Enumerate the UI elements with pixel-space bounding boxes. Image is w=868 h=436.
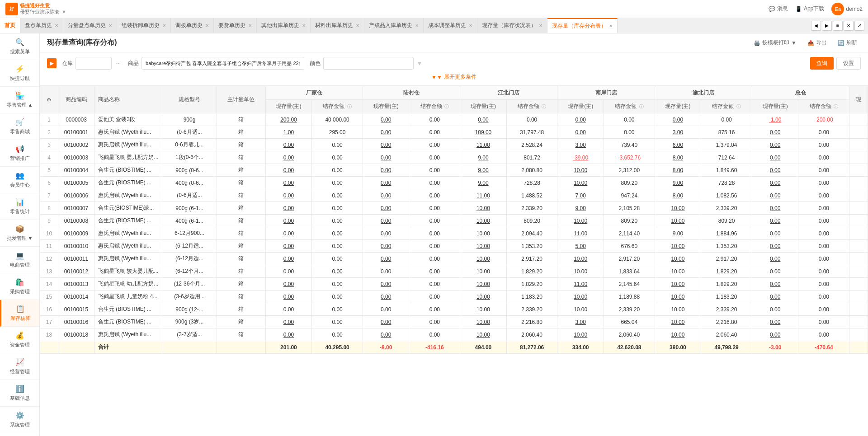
row-unit: 箱: [217, 164, 265, 177]
sidebar-item-quicknav[interactable]: ⚡ 快捷导航: [0, 60, 39, 87]
tab-close-cailiaochu[interactable]: ✕: [356, 23, 359, 28]
tab-pandian[interactable]: 盘点单历史 ✕: [20, 18, 63, 33]
tab-nav-expand[interactable]: ⤢: [854, 21, 864, 31]
tab-close-chancheng[interactable]: ✕: [415, 23, 419, 28]
app-download-btn[interactable]: 📱 App下载: [795, 5, 824, 13]
tab-xiancunfenbu[interactable]: 现存量（库存分布表） ✕: [547, 18, 618, 33]
tab-close-zuhe[interactable]: ✕: [162, 23, 166, 28]
sidebar-item-marketing[interactable]: 📢 营销推广: [0, 140, 39, 167]
row-code: 00100004: [58, 164, 94, 177]
search-btn[interactable]: 查询: [810, 57, 834, 70]
tab-fenpandian[interactable]: 分量盘点单历史 ✕: [63, 18, 117, 33]
warehouse-dots-btn[interactable]: ···: [114, 60, 123, 66]
factory-amt-info[interactable]: ⓘ: [347, 104, 352, 109]
table-row: 7 00100006 惠氏启赋 (Wyeth illu... (0-6月适...…: [40, 189, 868, 202]
system-icon: ⚙️: [15, 411, 24, 420]
sidebar-item-purchase[interactable]: 🛍️ 采购管理: [0, 273, 39, 300]
tab-nav-menu[interactable]: ≡: [833, 21, 843, 31]
jiangbei-amt-info[interactable]: ⓘ: [542, 104, 546, 109]
user-info[interactable]: Ea demo2: [831, 3, 863, 15]
th-nanan-qty: 现存量(主): [557, 100, 604, 113]
tab-close-xiancunfenbu[interactable]: ✕: [609, 23, 613, 28]
expand-conditions-btn[interactable]: ▼▼ 展开更多条件: [431, 73, 476, 81]
th-spec: 规格型号: [162, 86, 217, 113]
row-code: 00100009: [58, 227, 94, 240]
sidebar-item-baseinfo[interactable]: ℹ️ 基础信息: [0, 380, 39, 407]
filter-expand-arrow[interactable]: ▶: [47, 58, 57, 68]
tab-diaopo[interactable]: 调拨单历史 ✕: [171, 18, 214, 33]
row-index: 5: [40, 164, 58, 177]
table-row: 13 00100012 飞鹤星飞帆 较大婴儿配... (6-12个月... 箱 …: [40, 265, 868, 278]
product-input[interactable]: [142, 57, 304, 70]
inventory-table: ⚙ 商品编码 商品名称 规格型号 主计量单位 厂家仓 陆村仓 江北门店 南岸门店…: [40, 86, 868, 354]
sidebar-item-retail[interactable]: 🏪 零售管理 ▲: [0, 87, 39, 113]
tab-close-pandian[interactable]: ✕: [55, 23, 58, 28]
download-icon: 📱: [795, 6, 802, 12]
tab-close-yaohuo[interactable]: ✕: [248, 23, 252, 28]
lucun-amt-info[interactable]: ⓘ: [444, 104, 449, 109]
table-row: 9 00100008 合生元 (BIOSTIME) ... 400g (6-1.…: [40, 215, 868, 227]
sidebar-item-wholesale[interactable]: 📦 批发管理 ▼: [0, 220, 39, 247]
row-spec: (12-36个月...: [162, 278, 217, 291]
tab-chancheng[interactable]: 产成品入库单历史 ✕: [364, 18, 424, 33]
tab-zuhe[interactable]: 组装拆卸单历史 ✕: [117, 18, 171, 33]
warehouse-input[interactable]: [75, 57, 112, 70]
row-spec: 900g (3岁...: [162, 316, 217, 328]
tab-close-chengben[interactable]: ✕: [469, 23, 472, 28]
tab-cailiaochu[interactable]: 材料出库单历史 ✕: [311, 18, 364, 33]
tab-chengben[interactable]: 成本调整单历史 ✕: [424, 18, 477, 33]
row-unit: 箱: [217, 215, 265, 227]
row-code: 00100013: [58, 278, 94, 291]
row-unit: 箱: [217, 240, 265, 253]
row-spec: 1段(0-6个...: [162, 151, 217, 164]
yubei-amt-info[interactable]: ⓘ: [736, 104, 741, 109]
sidebar-item-ecommerce[interactable]: 💻 电商管理: [0, 247, 39, 273]
tab-close-diaopo[interactable]: ✕: [205, 23, 209, 28]
operations-icon: 📈: [15, 358, 24, 366]
nanan-amt-info[interactable]: ⓘ: [639, 104, 644, 109]
tab-nav-close[interactable]: ✕: [844, 21, 854, 31]
tab-nav-btns: ◀ ▶ ≡ ✕ ⤢: [811, 21, 868, 31]
sidebar-item-member[interactable]: 👥 会员中心: [0, 167, 39, 193]
color-label: 颜色: [310, 60, 321, 67]
refresh-icon: 🔄: [838, 40, 844, 46]
sidebar-item-system[interactable]: ⚙️ 系统管理: [0, 407, 39, 433]
total-amt-info[interactable]: ⓘ: [834, 104, 838, 109]
tab-yaohuo[interactable]: 要货单历史 ✕: [214, 18, 257, 33]
tab-close-qitachu[interactable]: ✕: [302, 23, 306, 28]
content-area: 现存量查询(库存分布) 🖨️ 按模板打印 ▼ 📤 导出 🔄 刷新: [40, 33, 868, 436]
sidebar-item-inventory[interactable]: 📋 库存核算: [0, 300, 39, 327]
th-settings[interactable]: ⚙: [40, 86, 58, 113]
logo-text: 畅捷通好生意: [20, 3, 66, 9]
filter-area: ▶ 仓库 ··· 商品 颜色 ▼: [40, 52, 868, 86]
refresh-btn[interactable]: 🔄 刷新: [834, 37, 861, 48]
row-code: 00100005: [58, 177, 94, 189]
tab-home[interactable]: 首页: [0, 18, 20, 33]
table-container[interactable]: ⚙ 商品编码 商品名称 规格型号 主计量单位 厂家仓 陆村仓 江北门店 南岸门店…: [40, 86, 868, 436]
member-icon: 👥: [15, 171, 24, 180]
row-index: 8: [40, 202, 58, 215]
table-row: 12 00100011 惠氏启赋 (Wyeth illu... (6-12月适.…: [40, 253, 868, 265]
tab-close-xiancunzhuangtai[interactable]: ✕: [539, 23, 542, 28]
tab-nav-next[interactable]: ▶: [822, 21, 832, 31]
sidebar-item-operations[interactable]: 📈 经营管理: [0, 353, 39, 380]
tab-qitachu[interactable]: 其他出库单历史 ✕: [257, 18, 311, 33]
th-current: 现: [849, 86, 868, 113]
sidebar-item-collab[interactable]: 🤝 企业协同: [0, 433, 39, 436]
sidebar-item-retailstat[interactable]: 📊 零售统计: [0, 193, 39, 220]
tab-nav-prev[interactable]: ◀: [811, 21, 821, 31]
sidebar-item-finance[interactable]: 💰 资金管理: [0, 327, 39, 353]
messages-btn[interactable]: 💬 消息: [769, 5, 788, 13]
sidebar-item-search[interactable]: 🔍 搜索英单: [0, 33, 39, 60]
export-btn[interactable]: 📤 导出: [804, 37, 830, 48]
row-spec: 900g: [162, 113, 217, 126]
table-row: 15 00100014 飞鹤星飞帆 儿童奶粉 4... (3-6岁适用... 箱…: [40, 291, 868, 303]
color-input[interactable]: [323, 57, 414, 70]
tab-xiancunzhuangtai[interactable]: 现存量（库存状况表） ✕: [477, 18, 547, 33]
search-sidebar-icon: 🔍: [15, 38, 24, 47]
print-btn[interactable]: 🖨️ 按模板打印 ▼: [750, 37, 800, 48]
tab-close-fenpandian[interactable]: ✕: [108, 23, 112, 28]
sidebar-item-mall[interactable]: 🛒 零售商城: [0, 113, 39, 140]
row-index: 1: [40, 113, 58, 126]
setting-btn[interactable]: 设置: [836, 57, 861, 70]
